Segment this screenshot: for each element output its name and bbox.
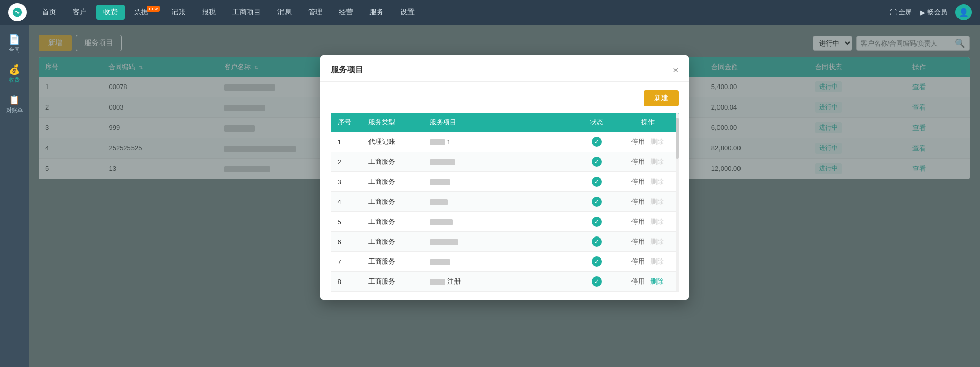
modal-table-row: 5 工商服务 ✓ 停用 删除 [331,212,679,232]
modal-table-row: 2 工商服务 ✓ 停用 删除 [331,152,679,172]
service-items-table: 序号 服务类型 服务项目 状态 操作 1 代理记账 [331,113,679,292]
modal-th-index: 序号 [331,113,361,132]
modal-th-type: 服务类型 [361,113,423,132]
delete-button[interactable]: 删除 [650,198,664,205]
sidebar-item-label: 收费 [4,76,25,84]
stop-button[interactable]: 停用 [631,138,645,145]
scrollbar-track[interactable] [676,113,679,292]
delete-button[interactable]: 删除 [650,257,664,265]
status-check-icon: ✓ [592,137,602,147]
service-item-modal: 服务项目 × 新建 序号 服务类型 服 [320,55,689,300]
modal-cell-action: 停用 删除 [617,132,679,152]
modal-cell-item [423,232,576,252]
content-area: 新增 服务项目 进行中 已结束 全部 🔍 序号 合同编 [29,25,980,367]
nav-item-fuwu[interactable]: 服务 [362,5,391,20]
logo[interactable] [8,3,27,21]
status-check-icon: ✓ [592,256,602,267]
avatar[interactable]: 👤 [955,4,972,20]
modal-table-row: 7 工商服务 ✓ 停用 删除 [331,252,679,272]
scrollbar-thumb[interactable] [676,118,679,159]
modal-cell-index: 8 [331,272,361,292]
top-nav: 首页 客户 收费 票据 new 记账 报税 工商项目 消息 管理 经营 服务 设… [0,0,980,25]
stop-button[interactable]: 停用 [631,277,645,285]
modal-table-row: 3 工商服务 ✓ 停用 删除 [331,172,679,192]
modal-cell-action: 停用 删除 [617,272,679,292]
status-check-icon: ✓ [592,276,602,287]
modal-cell-type: 工商服务 [361,172,423,192]
delete-button[interactable]: 删除 [650,158,664,165]
modal-cell-item: 注册 [423,272,576,292]
delete-button[interactable]: 删除 [650,238,664,245]
vip-label: 畅会员 [927,8,947,17]
sidebar-item-label: 对账单 [4,106,25,114]
status-check-icon: ✓ [592,157,602,167]
main-layout: 📄 合同 💰 收费 📋 对账单 新增 服务项目 进行中 已结束 全部 [0,25,980,367]
sidebar-item-hetong[interactable]: 📄 合同 [2,29,27,57]
nav-item-piao[interactable]: 票据 new [127,5,162,20]
modal-cell-type: 工商服务 [361,232,423,252]
modal-cell-type: 工商服务 [361,252,423,272]
stop-button[interactable]: 停用 [631,238,645,245]
modal-overlay: 服务项目 × 新建 序号 服务类型 服 [29,25,980,367]
nav-item-customer[interactable]: 客户 [66,5,94,20]
nav-items: 首页 客户 收费 票据 new 记账 报税 工商项目 消息 管理 经营 服务 设… [35,5,890,20]
fullscreen-btn[interactable]: ⛶ 全屏 [890,8,912,17]
sidebar-item-duizhangdan[interactable]: 📋 对账单 [2,89,27,117]
modal-cell-action: 停用 删除 [617,172,679,192]
nav-item-jizhang[interactable]: 记账 [164,5,192,20]
modal-cell-type: 工商服务 [361,272,423,292]
modal-cell-status: ✓ [576,192,617,212]
modal-cell-index: 1 [331,132,361,152]
modal-header: 服务项目 × [320,55,689,82]
fullscreen-icon: ⛶ [890,9,897,16]
stop-button[interactable]: 停用 [631,158,645,165]
modal-cell-type: 工商服务 [361,152,423,172]
modal-close-button[interactable]: × [673,66,679,75]
nav-item-guanli[interactable]: 管理 [301,5,330,20]
nav-item-jingying[interactable]: 经营 [332,5,360,20]
modal-cell-type: 工商服务 [361,212,423,232]
delete-button[interactable]: 删除 [650,178,664,185]
modal-cell-action: 停用 删除 [617,152,679,172]
modal-cell-item [423,152,576,172]
modal-cell-index: 5 [331,212,361,232]
modal-table-header-row: 序号 服务类型 服务项目 状态 操作 [331,113,679,132]
modal-cell-status: ✓ [576,132,617,152]
stop-button[interactable]: 停用 [631,218,645,225]
modal-th-item: 服务项目 [423,113,576,132]
fullscreen-label: 全屏 [899,8,912,17]
modal-cell-status: ✓ [576,152,617,172]
nav-item-baoshui[interactable]: 报税 [194,5,223,20]
vip-btn[interactable]: ▶ 畅会员 [920,8,947,17]
nav-item-xiaoxi[interactable]: 消息 [270,5,299,20]
stop-button[interactable]: 停用 [631,198,645,205]
modal-cell-action: 停用 删除 [617,192,679,212]
stop-button[interactable]: 停用 [631,178,645,185]
modal-cell-index: 2 [331,152,361,172]
status-check-icon: ✓ [592,236,602,247]
sidebar-item-shoufei[interactable]: 💰 收费 [2,59,27,87]
nav-item-gongshang[interactable]: 工商项目 [225,5,268,20]
modal-cell-type: 工商服务 [361,192,423,212]
status-check-icon: ✓ [592,197,602,207]
nav-item-home[interactable]: 首页 [35,5,63,20]
modal-table-row: 4 工商服务 ✓ 停用 删除 [331,192,679,212]
nav-item-shezhi[interactable]: 设置 [393,5,422,20]
modal-cell-status: ✓ [576,272,617,292]
modal-cell-index: 7 [331,252,361,272]
modal-cell-action: 停用 删除 [617,252,679,272]
modal-cell-item [423,192,576,212]
modal-cell-status: ✓ [576,212,617,232]
stop-button[interactable]: 停用 [631,257,645,265]
modal-cell-action: 停用 删除 [617,212,679,232]
modal-cell-index: 6 [331,232,361,252]
nav-item-shoufei[interactable]: 收费 [96,5,125,20]
modal-cell-status: ✓ [576,252,617,272]
modal-new-button[interactable]: 新建 [644,90,679,106]
delete-button[interactable]: 删除 [650,277,664,285]
delete-button[interactable]: 删除 [650,138,664,145]
delete-button[interactable]: 删除 [650,218,664,225]
modal-toolbar: 新建 [331,90,679,106]
modal-th-status: 状态 [576,113,617,132]
sidebar-item-label: 合同 [4,46,25,54]
